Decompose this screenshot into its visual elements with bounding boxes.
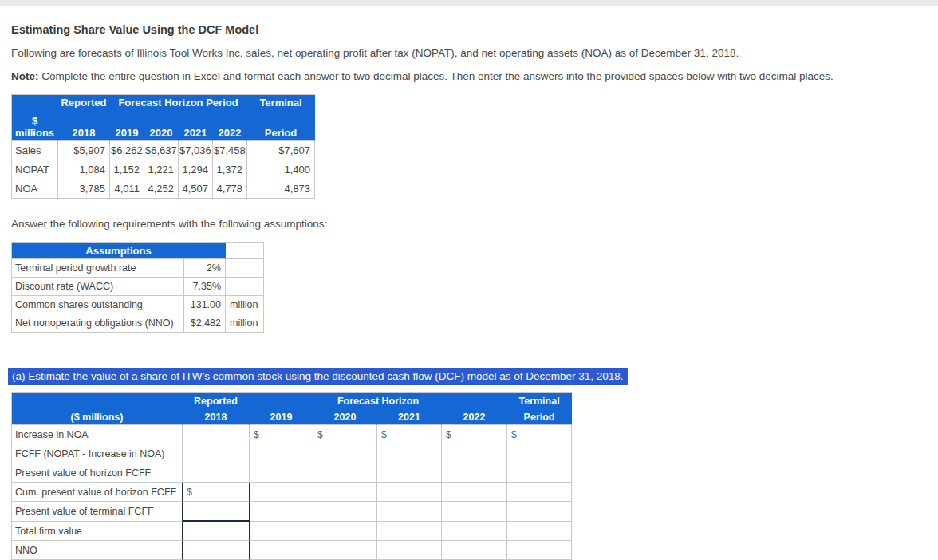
header-blank-cell <box>12 95 58 111</box>
value-cell: 1,400 <box>247 160 315 179</box>
table-row-pv-horizon-fcff: Present value of horizon FCFF <box>12 463 572 483</box>
row-label: Increase in NOA <box>12 425 183 444</box>
row-label-sales: Sales <box>12 141 58 160</box>
header-group-terminal: Terminal <box>247 95 315 111</box>
header-group-terminal: Terminal <box>507 393 572 409</box>
value-cell: 4,507 <box>179 179 213 199</box>
table-row-shares-outstanding: Common shares outstanding 131.00 million <box>12 296 264 314</box>
input-increase-in-noa-terminal[interactable]: $ <box>507 425 572 444</box>
input-pv-horizon-fcff-2020[interactable] <box>313 463 377 483</box>
header-blank-cell <box>12 393 183 409</box>
input-fcff-2019[interactable] <box>250 444 313 463</box>
assumption-value: $2,482 <box>184 314 226 333</box>
input-fcff-2020[interactable] <box>313 444 377 463</box>
empty-cell <box>183 463 250 483</box>
input-fcff-terminal[interactable] <box>507 444 572 463</box>
row-label: Present value of terminal FCFF <box>12 502 183 522</box>
input-pv-horizon-fcff-2021[interactable] <box>377 463 442 483</box>
intro-paragraph: Following are forecasts of Illinois Tool… <box>11 47 927 59</box>
empty-cell <box>313 522 377 541</box>
assumption-value: 131.00 <box>184 296 226 314</box>
value-cell: 1,372 <box>213 160 247 179</box>
header-year-2018: 2018 <box>183 409 250 425</box>
header-year-2020: 2020 <box>144 111 179 141</box>
assumption-value: 2% <box>184 259 226 278</box>
assumptions-table: Assumptions Terminal period growth rate … <box>11 242 264 333</box>
empty-cell <box>507 541 572 560</box>
input-pv-terminal-fcff-2018[interactable] <box>183 502 250 522</box>
empty-cell <box>313 483 377 502</box>
empty-cell <box>442 483 507 502</box>
header-year-2018: 2018 <box>58 111 110 141</box>
input-pv-horizon-fcff-2019[interactable] <box>250 463 313 483</box>
table-row-pv-terminal-fcff: Present value of terminal FCFF <box>12 502 572 522</box>
note-paragraph: Note: Complete the entire question in Ex… <box>11 70 927 82</box>
input-cum-pv-horizon-fcff-2018[interactable]: $ <box>183 483 250 502</box>
input-fcff-2021[interactable] <box>377 444 442 463</box>
dollar-prefix: $ <box>250 429 259 440</box>
value-cell: $6,637 <box>144 141 179 160</box>
empty-cell <box>377 541 442 560</box>
input-nno-2018[interactable] <box>183 541 250 560</box>
top-scroll-strip <box>0 0 938 6</box>
part-a-prompt-highlighted: (a) Estimate the value of a share of ITW… <box>8 368 628 385</box>
table-row-wacc: Discount rate (WACC) 7.35% <box>12 278 264 296</box>
assumption-label: Net nonoperating obligations (NNO) <box>12 314 184 333</box>
empty-cell <box>313 541 377 560</box>
empty-cell <box>507 463 572 483</box>
value-cell: 1,221 <box>144 160 179 179</box>
row-label: FCFF (NOPAT - Increase in NOA) <box>12 444 183 463</box>
value-cell: 4,252 <box>144 179 179 199</box>
table-row-sales: Sales $5,907 $6,262 $6,637 $7,036 $7,458… <box>12 141 315 160</box>
input-increase-in-noa-2021[interactable]: $ <box>377 425 442 444</box>
row-label: NNO <box>12 541 183 560</box>
empty-cell <box>313 502 377 522</box>
empty-cell <box>442 502 507 522</box>
input-total-firm-value-2018[interactable] <box>183 522 250 541</box>
empty-cell <box>377 502 442 522</box>
header-year-2019: 2019 <box>110 111 144 141</box>
value-cell: 1,084 <box>58 160 110 179</box>
value-cell: 1,152 <box>110 160 144 179</box>
note-label: Note: <box>11 70 39 82</box>
header-unit-millions: $ millions <box>12 111 58 141</box>
header-group-reported: Reported <box>183 393 250 409</box>
empty-cell <box>250 502 313 522</box>
page-title: Estimating Share Value Using the DCF Mod… <box>11 23 927 36</box>
dollar-prefix: $ <box>183 487 192 498</box>
value-cell: $6,262 <box>110 141 144 160</box>
header-unit-millions: ($ millions) <box>12 409 183 425</box>
header-year-2019: 2019 <box>250 409 313 425</box>
empty-cell <box>377 483 442 502</box>
empty-cell <box>442 541 507 560</box>
assumption-label: Common shares outstanding <box>12 296 184 314</box>
row-label-noa: NOA <box>12 179 58 199</box>
dollar-prefix: $ <box>378 429 387 440</box>
row-label: Total firm value <box>12 522 183 541</box>
header-year-2022: 2022 <box>442 409 507 425</box>
input-pv-horizon-fcff-2022[interactable] <box>442 463 507 483</box>
assumption-unit <box>226 259 264 278</box>
input-increase-in-noa-2022[interactable]: $ <box>442 425 507 444</box>
empty-cell <box>250 541 313 560</box>
table-row-nopat: NOPAT 1,084 1,152 1,221 1,294 1,372 1,40… <box>12 160 315 179</box>
table-row-growth-rate: Terminal period growth rate 2% <box>12 259 264 278</box>
empty-cell <box>507 502 572 522</box>
input-increase-in-noa-2020[interactable]: $ <box>313 425 377 444</box>
empty-cell <box>183 425 250 444</box>
empty-cell <box>507 522 572 541</box>
table-row-fcff: FCFF (NOPAT - Increase in NOA) <box>12 444 572 463</box>
empty-cell <box>250 483 313 502</box>
input-increase-in-noa-2019[interactable]: $ <box>250 425 313 444</box>
forecast-table: Reported Forecast Horizon Period Termina… <box>11 94 315 199</box>
table-row-nno: Net nonoperating obligations (NNO) $2,48… <box>12 314 264 333</box>
dcf-answer-table: Reported Forecast Horizon Terminal ($ mi… <box>11 392 572 560</box>
header-group-forecast-horizon: Forecast Horizon <box>250 393 507 409</box>
assumption-unit: million <box>226 296 264 314</box>
input-fcff-2022[interactable] <box>442 444 507 463</box>
empty-cell <box>250 522 313 541</box>
header-terminal-period: Period <box>507 409 572 425</box>
question-content: Estimating Share Value Using the DCF Mod… <box>0 6 938 560</box>
table-row-total-firm-value: Total firm value <box>12 522 572 541</box>
row-label-nopat: NOPAT <box>12 160 58 179</box>
